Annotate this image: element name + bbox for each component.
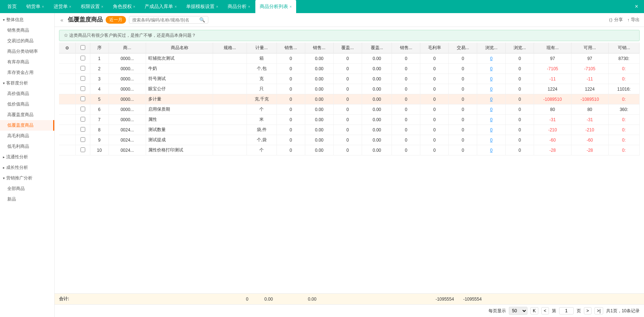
row-checkbox[interactable]: [80, 56, 85, 60]
col-current[interactable]: 现有...: [534, 43, 571, 54]
prev-page-button[interactable]: <: [541, 307, 549, 314]
col-code[interactable]: 商...: [109, 43, 146, 54]
close-icon[interactable]: ×: [69, 5, 71, 9]
row-checkbox[interactable]: [80, 96, 85, 101]
next-page-button[interactable]: >: [584, 307, 592, 314]
sidebar-section-customer[interactable]: ▾ 客群度分析: [0, 78, 54, 88]
col-settings[interactable]: ⚙: [59, 43, 75, 54]
row-browse1[interactable]: 0: [477, 74, 506, 84]
close-icon[interactable]: ×: [290, 5, 292, 9]
nav-tab-sales[interactable]: 销货单 ×: [22, 0, 48, 13]
sidebar-item-high-value[interactable]: 高价值商品: [0, 88, 54, 99]
row-check[interactable]: [75, 84, 90, 94]
row-checkbox[interactable]: [80, 66, 85, 71]
close-icon[interactable]: ×: [133, 5, 136, 9]
sidebar-section-overall[interactable]: ▾ 整体信息: [0, 15, 54, 25]
row-check[interactable]: [75, 64, 90, 74]
nav-tab-template[interactable]: 单据模板设置 ×: [182, 0, 223, 13]
col-sales3[interactable]: 销售...: [392, 43, 420, 54]
close-icon[interactable]: ×: [101, 5, 103, 9]
sidebar-item-category-rate[interactable]: 商品分类动销率: [0, 46, 54, 57]
close-icon[interactable]: ×: [248, 5, 250, 9]
sidebar-item-sales-goods[interactable]: 销售类商品: [0, 25, 54, 36]
sidebar-item-high-margin[interactable]: 高毛利商品: [0, 131, 54, 141]
row-check[interactable]: [75, 135, 90, 145]
row-checkbox[interactable]: [80, 127, 85, 132]
row-check[interactable]: [75, 94, 90, 104]
select-all-checkbox[interactable]: [80, 45, 85, 50]
row-checkbox[interactable]: [80, 107, 85, 111]
row-check[interactable]: [75, 115, 90, 125]
col-trade[interactable]: 交易...: [449, 43, 477, 54]
close-icon[interactable]: ×: [42, 5, 44, 9]
row-check[interactable]: [75, 74, 90, 84]
row-settings[interactable]: [59, 84, 75, 94]
col-name[interactable]: 商品名称: [146, 43, 213, 54]
row-browse1[interactable]: 0: [477, 64, 506, 74]
row-browse1[interactable]: 0: [477, 115, 506, 125]
row-browse1[interactable]: 0: [477, 94, 506, 104]
col-sales-count[interactable]: 销售...: [276, 43, 305, 54]
row-checkbox[interactable]: [80, 137, 85, 142]
row-check[interactable]: [75, 54, 90, 64]
row-check[interactable]: [75, 104, 90, 115]
close-icon[interactable]: ×: [216, 5, 218, 9]
nav-tab-product-analysis-list[interactable]: 商品分析列表 ×: [255, 0, 296, 13]
nav-tab-product-analysis[interactable]: 商品分析 ×: [223, 0, 255, 13]
row-check[interactable]: [75, 145, 90, 155]
row-browse1[interactable]: 0: [477, 125, 506, 135]
filter-button[interactable]: 近一月: [106, 16, 126, 24]
sidebar-item-stock-funds[interactable]: 库存资金占用: [0, 67, 54, 78]
col-browse2[interactable]: 浏览...: [506, 43, 534, 54]
sidebar-item-high-coverage[interactable]: 高覆盖度商品: [0, 110, 54, 120]
sidebar-item-low-coverage[interactable]: 低覆盖度商品: [0, 120, 54, 131]
row-settings[interactable]: [59, 145, 75, 155]
sidebar-section-circulation[interactable]: ▸ 流通性分析: [0, 152, 54, 162]
row-checkbox[interactable]: [80, 117, 85, 122]
window-close-button[interactable]: ×: [632, 2, 641, 11]
row-settings[interactable]: [59, 135, 75, 145]
row-checkbox[interactable]: [80, 147, 85, 152]
sidebar-item-all-goods[interactable]: 全部商品: [0, 183, 54, 194]
row-settings[interactable]: [59, 125, 75, 135]
nav-tab-permissions[interactable]: 权限设置 ×: [76, 0, 108, 13]
row-browse1[interactable]: 0: [477, 135, 506, 145]
row-settings[interactable]: [59, 74, 75, 84]
col-coverage1[interactable]: 覆盖...: [333, 43, 362, 54]
sidebar-item-low-value[interactable]: 低价值商品: [0, 99, 54, 110]
sidebar-section-growth[interactable]: ▸ 成长性分析: [0, 162, 54, 173]
col-margin[interactable]: 毛利率: [420, 43, 449, 54]
export-button[interactable]: ↑ 导出: [627, 17, 640, 23]
nav-tab-roles[interactable]: 角色授权 ×: [109, 0, 140, 13]
row-settings[interactable]: [59, 54, 75, 64]
col-spec[interactable]: 规格...: [213, 43, 247, 54]
table-wrapper[interactable]: ⚙ 序 商... 商品名称 规格... 计量... 销售... 销售... 覆盖…: [59, 43, 640, 293]
row-settings[interactable]: [59, 64, 75, 74]
col-coverage2[interactable]: 覆盖...: [362, 43, 392, 54]
col-saleable[interactable]: 可销...: [608, 43, 639, 54]
nav-tab-finished-goods[interactable]: 产成品入库单 ×: [140, 0, 181, 13]
row-browse1[interactable]: 0: [477, 104, 506, 115]
close-icon[interactable]: ×: [174, 5, 177, 9]
sidebar-item-in-stock[interactable]: 有库存商品: [0, 57, 54, 67]
col-available[interactable]: 可用...: [571, 43, 608, 54]
nav-tab-home[interactable]: 首页: [3, 0, 21, 13]
col-browse1[interactable]: 浏览...: [477, 43, 506, 54]
row-settings[interactable]: [59, 115, 75, 125]
col-sales-amount[interactable]: 销售...: [305, 43, 333, 54]
page-size-select[interactable]: 10 20 50 100: [509, 307, 527, 315]
row-settings[interactable]: [59, 94, 75, 104]
sidebar-section-marketing[interactable]: ▾ 营销推广分析: [0, 173, 54, 183]
row-browse1[interactable]: 0: [477, 145, 506, 155]
nav-tab-purchase[interactable]: 进货单 ×: [49, 0, 76, 13]
search-input[interactable]: [132, 17, 198, 23]
sidebar-item-new-goods[interactable]: 新品: [0, 194, 54, 205]
row-checkbox[interactable]: [80, 86, 85, 91]
col-check[interactable]: [75, 43, 90, 54]
share-button[interactable]: ⟨⟩ 分享: [609, 17, 623, 23]
row-settings[interactable]: [59, 104, 75, 115]
row-check[interactable]: [75, 125, 90, 135]
sidebar-item-low-margin[interactable]: 低毛利商品: [0, 141, 54, 152]
last-page-button[interactable]: >|: [594, 307, 603, 314]
col-unit[interactable]: 计量...: [247, 43, 276, 54]
